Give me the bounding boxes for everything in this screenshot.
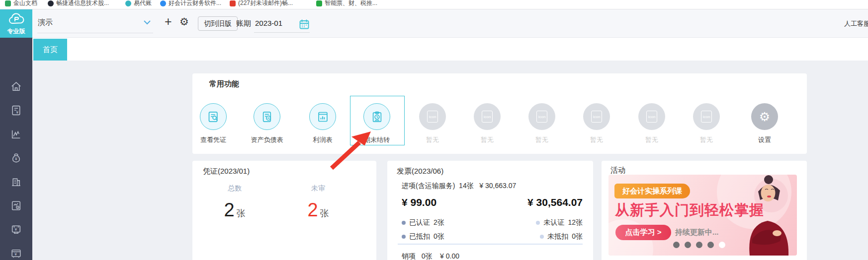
customer-support-link[interactable]: 人工客服 xyxy=(842,19,868,28)
legend-dot xyxy=(540,235,544,239)
sidebar-nav: ¥ ¥ ¥ ¥ 税 xyxy=(0,38,32,260)
bookmark-favicon xyxy=(230,0,236,6)
quick-item-profit-statement[interactable]: 利润表 xyxy=(296,103,349,144)
quick-panel-title: 常用功能 xyxy=(209,79,239,89)
activity-card-title: 活动 xyxy=(610,166,625,175)
home-icon[interactable] xyxy=(10,80,22,93)
placeholder-icon: icon xyxy=(482,111,493,123)
app-root: 金山文档 畅捷通信息技术股... 易代账 好会计云财务软件... (227封未读… xyxy=(0,0,868,260)
bookmark-item[interactable]: 好会计云财务软件... xyxy=(160,0,221,7)
legend-dot xyxy=(402,221,406,225)
carousel-dot[interactable] xyxy=(707,242,714,248)
tab-home[interactable]: 首页 xyxy=(33,39,67,61)
chevron-down-icon[interactable] xyxy=(143,20,151,25)
banner-headline: 从新手入门到轻松掌握 xyxy=(615,200,764,220)
bookmark-item[interactable]: 智能票、财、税推... xyxy=(316,0,377,7)
quick-item-empty[interactable]: icon 暂无 xyxy=(680,103,733,144)
carousel-dot[interactable] xyxy=(685,242,691,248)
quick-item-empty[interactable]: icon 暂无 xyxy=(570,103,623,144)
statement-report-icon[interactable] xyxy=(10,199,22,212)
quick-item-empty[interactable]: icon 暂无 xyxy=(625,103,679,144)
placeholder-icon: icon xyxy=(701,111,712,123)
report-chart-icon[interactable] xyxy=(10,128,22,140)
calendar-icon[interactable] xyxy=(299,19,310,30)
edition-label: 专业版 xyxy=(0,27,32,36)
bookmark-favicon xyxy=(316,0,322,6)
banner-note: 持续更新中... xyxy=(675,228,719,237)
svg-text:¥: ¥ xyxy=(14,252,17,257)
carousel-dot[interactable] xyxy=(696,242,702,248)
svg-text:¥: ¥ xyxy=(14,156,17,161)
app-logo: 专业版 xyxy=(0,9,32,38)
voucher-total-value: 2张 xyxy=(205,199,264,221)
bookmark-favicon xyxy=(48,0,54,6)
stat-undeducted: 未抵扣0张 xyxy=(540,232,583,241)
stat-certified: 已认证2张 xyxy=(402,218,444,227)
promo-banner[interactable]: 好会计实操系列课 从新手入门到轻松掌握 点击学习 > 持续更新中... xyxy=(608,175,797,256)
bookmark-favicon xyxy=(160,0,166,6)
carousel-dot-active[interactable] xyxy=(719,242,725,248)
svg-text:¥: ¥ xyxy=(16,110,19,115)
quick-item-balance-sheet[interactable]: 资产负债表 xyxy=(240,103,294,144)
gear-icon[interactable]: ⚙ xyxy=(179,16,189,28)
uncertified-amount: ¥ 30,564.07 xyxy=(527,196,583,208)
quick-functions-card: 常用功能 查看凭证 资产负债表 利润表 期末结转 icon 暂无 icon 暂无… xyxy=(192,73,807,154)
period-underline xyxy=(254,32,310,33)
invoice-input-line: 进项(含运输服务) 14张 ¥ 30,663.07 xyxy=(402,182,516,191)
placeholder-icon: icon xyxy=(591,111,602,123)
invoice-output-line: 销项 0张 ¥ 0.00 xyxy=(402,252,459,260)
period-end-icon xyxy=(370,110,384,124)
certified-amount: ¥ 99.00 xyxy=(402,196,436,208)
svg-text:¥: ¥ xyxy=(14,227,17,232)
bookmark-favicon xyxy=(5,0,11,6)
bookmark-item[interactable]: (227封未读邮件)畅... xyxy=(230,0,293,7)
voucher-unaudited-label: 未审 xyxy=(288,184,348,193)
account-select-value[interactable]: 演示 xyxy=(38,18,53,27)
legend-dot xyxy=(402,235,406,239)
balance-sheet-icon xyxy=(260,110,274,124)
cloud-logo-icon xyxy=(8,13,25,27)
period-label: 账期 xyxy=(236,19,251,28)
activity-card: 活动 好会计实操系列课 从新手入门到轻松掌握 点击学习 > 持续更新中... xyxy=(602,161,807,260)
bookmark-item[interactable]: 畅捷通信息技术股... xyxy=(48,0,109,7)
carousel-dots xyxy=(673,242,725,248)
stat-deducted: 已抵扣0张 xyxy=(402,232,444,241)
voucher-search-icon xyxy=(207,110,220,124)
tab-bar xyxy=(32,38,868,61)
switch-to-old-version-button[interactable]: 切到旧版 xyxy=(198,16,238,31)
placeholder-icon: icon xyxy=(536,111,547,123)
quick-item-empty[interactable]: icon 暂无 xyxy=(406,103,459,144)
voucher-total-label: 总数 xyxy=(205,184,264,193)
voucher-icon[interactable]: ¥ xyxy=(10,104,22,117)
quick-item-period-end-closing[interactable]: 期末结转 xyxy=(350,103,404,144)
account-select-underline xyxy=(37,33,153,33)
voucher-summary-card: 凭证(2023/01) 总数 2张 未审 2张 xyxy=(192,161,376,260)
support-label: 人工客服 xyxy=(844,19,868,28)
legend-dot xyxy=(536,221,540,225)
carousel-dot[interactable] xyxy=(673,242,680,248)
quick-item-empty[interactable]: icon 暂无 xyxy=(460,103,514,144)
bookmark-item[interactable]: 易代账 xyxy=(125,0,152,7)
bookmark-favicon xyxy=(125,0,131,6)
banner-badge: 好会计实操系列课 xyxy=(614,184,690,198)
period-value[interactable]: 2023-01 xyxy=(255,19,282,27)
placeholder-icon: icon xyxy=(427,111,438,123)
quick-item-settings[interactable]: ⚙ 设置 xyxy=(738,103,791,144)
browser-bookmarks-bar: 金山文档 畅捷通信息技术股... 易代账 好会计云财务软件... (227封未读… xyxy=(0,0,868,9)
invoice-card-title: 发票(2023/06) xyxy=(397,167,443,176)
bookmark-item[interactable]: 金山文档 xyxy=(5,0,37,7)
quick-item-empty[interactable]: icon 暂无 xyxy=(515,103,569,144)
top-toolbar xyxy=(0,9,868,38)
stat-uncertified: 未认证12张 xyxy=(536,218,583,227)
voucher-card-title: 凭证(2023/01) xyxy=(203,167,250,176)
cashier-icon[interactable]: ¥ xyxy=(10,223,22,236)
settings-gear-icon: ⚙ xyxy=(751,103,778,130)
salary-calendar-icon[interactable]: ¥ xyxy=(10,247,22,260)
add-account-set-button[interactable]: + xyxy=(165,14,172,29)
company-building-icon[interactable] xyxy=(10,176,22,188)
quick-item-view-voucher[interactable]: 查看凭证 xyxy=(186,103,240,144)
funds-moneybag-icon[interactable]: ¥ xyxy=(10,152,22,164)
placeholder-icon: icon xyxy=(646,111,657,123)
profit-chart-icon xyxy=(316,110,330,124)
learn-now-button[interactable]: 点击学习 > xyxy=(615,225,671,240)
